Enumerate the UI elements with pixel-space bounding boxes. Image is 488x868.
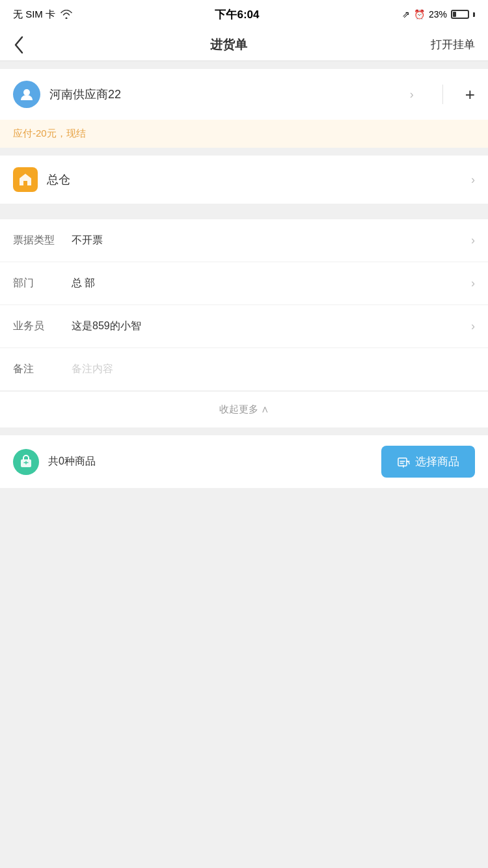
battery-percent: 23% (429, 9, 447, 20)
back-button[interactable] (13, 34, 26, 55)
invoice-type-row[interactable]: 票据类型 不开票 › (0, 219, 488, 262)
alarm-icon: ⏰ (414, 9, 425, 20)
department-label: 部门 (13, 277, 72, 290)
page-title: 进货单 (210, 36, 247, 53)
remark-label: 备注 (13, 362, 72, 376)
product-bar: 共0种商品 选择商品 (0, 435, 488, 488)
status-right: ⇗ ⏰ 23% (402, 9, 475, 20)
salesperson-chevron-icon: › (471, 319, 475, 333)
bottom-divider (0, 427, 488, 435)
carrier-label: 无 SIM 卡 (13, 8, 55, 21)
background-area (0, 488, 488, 683)
supplier-avatar (13, 81, 40, 108)
department-value: 总 部 (72, 277, 471, 290)
status-time: 下午6:04 (215, 7, 259, 22)
warehouse-chevron-icon: › (471, 173, 475, 187)
open-pending-button[interactable]: 打开挂单 (431, 37, 475, 52)
invoice-type-label: 票据类型 (13, 234, 72, 247)
invoice-type-value: 不开票 (72, 234, 471, 247)
select-product-label: 选择商品 (415, 454, 459, 469)
location-icon: ⇗ (402, 9, 410, 20)
status-left: 无 SIM 卡 (13, 8, 72, 21)
vertical-separator (442, 85, 443, 104)
product-icon (13, 449, 39, 475)
supplier-row[interactable]: 河南供应商22 › + (13, 69, 475, 120)
department-chevron-icon: › (471, 277, 475, 290)
section-divider-2 (0, 148, 488, 156)
product-count-label: 共0种商品 (48, 455, 372, 468)
nav-bar: 进货单 打开挂单 (0, 29, 488, 61)
supplier-name: 河南供应商22 (49, 87, 401, 102)
supplier-chevron-icon: › (410, 88, 414, 102)
notice-text: 应付-20元，现结 (13, 128, 86, 139)
svg-point-0 (23, 89, 30, 96)
svg-rect-1 (23, 181, 27, 185)
add-supplier-button[interactable]: + (465, 85, 475, 105)
notice-bar: 应付-20元，现结 (0, 120, 488, 148)
battery-icon (451, 10, 469, 19)
battery-tip (473, 12, 475, 17)
remark-placeholder: 备注内容 (72, 362, 475, 376)
supplier-section: 河南供应商22 › + (0, 69, 488, 120)
invoice-type-chevron-icon: › (471, 234, 475, 247)
section-divider-3 (0, 204, 488, 211)
salesperson-value: 这是859的小智 (72, 319, 471, 333)
salesperson-row[interactable]: 业务员 这是859的小智 › (0, 305, 488, 348)
section-divider-1 (0, 61, 488, 69)
collapse-bar[interactable]: 收起更多 ∧ (0, 391, 488, 427)
warehouse-row[interactable]: 总仓 › (0, 156, 488, 204)
wifi-icon (61, 10, 72, 19)
department-row[interactable]: 部门 总 部 › (0, 262, 488, 305)
form-section: 票据类型 不开票 › 部门 总 部 › 业务员 这是859的小智 › 备注 备注… (0, 219, 488, 427)
remark-row[interactable]: 备注 备注内容 (0, 348, 488, 391)
collapse-button[interactable]: 收起更多 ∧ (219, 403, 269, 414)
select-product-button[interactable]: 选择商品 (381, 446, 475, 478)
select-product-icon (397, 455, 410, 468)
warehouse-label: 总仓 (47, 172, 462, 187)
salesperson-label: 业务员 (13, 319, 72, 333)
warehouse-icon (13, 167, 38, 192)
status-bar: 无 SIM 卡 下午6:04 ⇗ ⏰ 23% (0, 0, 488, 29)
svg-rect-3 (398, 458, 407, 466)
